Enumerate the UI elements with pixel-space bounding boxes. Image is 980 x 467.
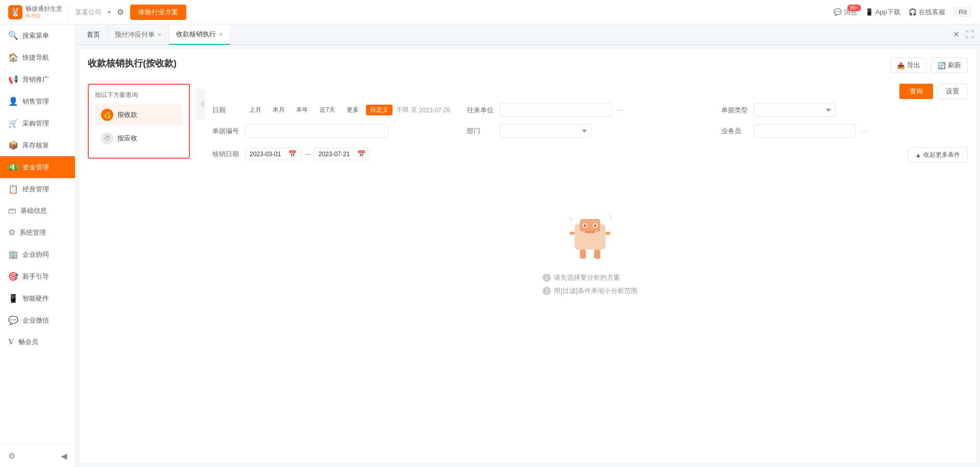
staff-label: 业务员 bbox=[721, 127, 750, 136]
svg-point-4 bbox=[584, 225, 586, 227]
filter-container: 按以下方案查询 💰 按收款 ⏱ 按应收 《 bbox=[88, 84, 968, 336]
svg-rect-6 bbox=[585, 231, 595, 233]
receipt-label: 按收款 bbox=[117, 110, 137, 119]
sidebar-item-purchase[interactable]: 🛒 采购管理 bbox=[0, 112, 75, 134]
tab-prepay-close[interactable]: × bbox=[158, 31, 161, 38]
partner-input[interactable] bbox=[500, 103, 612, 117]
sidebar-item-enterprise[interactable]: 🏢 企业协同 bbox=[0, 243, 75, 265]
staff-field: 业务员 ··· bbox=[721, 124, 968, 138]
sales-icon: 👤 bbox=[8, 96, 18, 106]
filter-panel-collapse-btn[interactable]: 《 bbox=[196, 89, 206, 119]
page-content: 收款核销执行(按收款) 📤 导出 🔄 刷新 按以下 bbox=[80, 49, 976, 463]
date-label: 日期 bbox=[212, 106, 241, 115]
filter-row-3: 核销日期 2023-03-01 📅 — 2023-07-21 bbox=[212, 145, 968, 163]
settings-icon[interactable]: ⚙ bbox=[117, 7, 124, 17]
page-toolbar: 📤 导出 🔄 刷新 bbox=[890, 58, 968, 73]
sidebar-item-capital[interactable]: 💵 资金管理 bbox=[0, 156, 75, 178]
collapse-more-button[interactable]: ▲ 收起更多条件 bbox=[908, 147, 968, 163]
purchase-icon: 🛒 bbox=[8, 118, 18, 128]
home-icon: 🏠 bbox=[8, 53, 18, 62]
export-icon: 📤 bbox=[897, 62, 905, 69]
company-name[interactable]: 某某公司 bbox=[75, 8, 102, 17]
user-avatar[interactable]: Rit bbox=[953, 7, 972, 17]
sidebar-item-member[interactable]: V 畅会员 bbox=[0, 331, 75, 353]
svg-rect-7 bbox=[570, 232, 575, 235]
receipt-icon: 💰 bbox=[101, 109, 113, 121]
filter-settings-button[interactable]: 设置 bbox=[937, 84, 968, 99]
sidebar-item-basic[interactable]: 🗃 基础信息 bbox=[0, 200, 75, 222]
sidebar-item-sales[interactable]: 👤 销售管理 bbox=[0, 90, 75, 112]
sidebar-item-guide[interactable]: 🎯 新手引导 bbox=[0, 265, 75, 287]
sidebar-item-system[interactable]: ⚙ 系统管理 bbox=[0, 222, 75, 243]
solution-button[interactable]: 体验行业方案 bbox=[130, 5, 186, 20]
hardware-icon: 📱 bbox=[8, 293, 18, 303]
tab-expand-button[interactable]: ⛶ bbox=[964, 28, 976, 41]
date-btn-last-month[interactable]: 上月 bbox=[245, 105, 265, 115]
messages-button[interactable]: 💬 消息 99+ bbox=[834, 8, 857, 17]
tab-home[interactable]: 首页 bbox=[80, 24, 108, 45]
mobile-icon: 📱 bbox=[865, 8, 873, 16]
bottom-settings-icon[interactable]: ⚙ bbox=[8, 451, 15, 461]
sidebar-collapse-icon[interactable]: ◀ bbox=[61, 451, 67, 461]
tab-receipt-cancel[interactable]: 收款核销执行 × bbox=[169, 24, 230, 45]
staff-input[interactable] bbox=[754, 124, 856, 138]
guide-icon: 🎯 bbox=[8, 272, 18, 281]
svg-rect-8 bbox=[605, 232, 610, 235]
date-field: 日期 上月 本月 本年 近7天 更多 自定义 bbox=[212, 105, 459, 115]
sidebar: 🔍 搜索菜单 🏠 快捷导航 📢 营销推广 👤 销售管理 🛒 采购管理 📦 库存核… bbox=[0, 24, 76, 467]
bill-type-label: 单据类型 bbox=[721, 106, 750, 115]
sidebar-item-inventory[interactable]: 📦 库存核算 bbox=[0, 134, 75, 156]
company-dropdown-icon[interactable]: ▾ bbox=[108, 9, 111, 16]
sidebar-item-wechat[interactable]: 💬 企业微信 bbox=[0, 309, 75, 331]
partner-more-icon[interactable]: ··· bbox=[616, 105, 624, 115]
verify-date-start-input[interactable]: 2023-03-01 📅 bbox=[245, 148, 301, 160]
tab-bar: 首页 预付冲应付单 × 收款核销执行 × ✕ ⛶ bbox=[76, 24, 980, 45]
calendar-end-icon: 📅 bbox=[357, 150, 365, 158]
dept-label: 部门 bbox=[467, 127, 496, 136]
app-name: 畅捷通好生意 标准版 bbox=[26, 5, 62, 18]
refresh-button[interactable]: 🔄 刷新 bbox=[931, 58, 968, 73]
app-logo: 🐰 畅捷通好生意 标准版 bbox=[8, 5, 62, 19]
sidebar-item-search[interactable]: 🔍 搜索菜单 bbox=[0, 24, 75, 46]
receivable-icon: ⏱ bbox=[101, 132, 113, 144]
app-download-button[interactable]: 📱 App下载 bbox=[865, 8, 900, 17]
refresh-icon: 🔄 bbox=[938, 62, 946, 69]
message-icon: 💬 bbox=[834, 8, 842, 16]
date-btn-this-month[interactable]: 本月 bbox=[268, 105, 289, 115]
dept-field: 部门 bbox=[467, 124, 714, 138]
service-button[interactable]: 🎧 在线客服 bbox=[909, 8, 945, 17]
sidebar-item-marketing[interactable]: 📢 营销推广 bbox=[0, 68, 75, 90]
empty-tip-1: 1 请先选择要分析的方案 bbox=[543, 273, 637, 282]
tab-prepay[interactable]: 预付冲应付单 × bbox=[108, 24, 169, 45]
export-button[interactable]: 📤 导出 bbox=[890, 58, 927, 73]
date-btn-this-year[interactable]: 本年 bbox=[292, 105, 312, 115]
tab-close-all-button[interactable]: ✕ bbox=[951, 28, 962, 41]
tab-receipt-cancel-close[interactable]: × bbox=[219, 31, 223, 38]
date-btn-more[interactable]: 更多 bbox=[342, 105, 363, 115]
topbar-right: 💬 消息 99+ 📱 App下载 🎧 在线客服 Rit bbox=[834, 7, 972, 17]
receivable-label: 按应收 bbox=[117, 134, 137, 143]
staff-more-icon[interactable]: ··· bbox=[860, 126, 868, 136]
calendar-start-icon: 📅 bbox=[288, 150, 297, 158]
verify-date-end-input[interactable]: 2023-07-21 📅 bbox=[314, 148, 370, 160]
date-custom-badge[interactable]: 自定义 bbox=[366, 105, 393, 115]
verify-date-label: 核销日期 bbox=[212, 150, 241, 159]
messages-badge: 99+ bbox=[847, 5, 861, 11]
filter-row-1: 日期 上月 本月 本年 近7天 更多 自定义 bbox=[212, 103, 968, 117]
svg-text:?: ? bbox=[608, 214, 612, 222]
empty-illustration: ? ? bbox=[559, 204, 621, 265]
filter-option-by-receivable[interactable]: ⏱ 按应收 bbox=[95, 128, 183, 149]
bill-no-input[interactable] bbox=[245, 124, 388, 138]
bill-type-field: 单据类型 bbox=[721, 103, 968, 117]
inventory-icon: 📦 bbox=[8, 140, 18, 150]
query-button[interactable]: 查询 bbox=[899, 84, 933, 99]
sidebar-item-quick-nav[interactable]: 🏠 快捷导航 bbox=[0, 46, 75, 68]
sidebar-item-hardware[interactable]: 📱 智能硬件 bbox=[0, 287, 75, 309]
empty-state: ? ? 1 请先选择要分析的方案 2 用[过滤]条件来缩小分析范围 bbox=[212, 163, 968, 336]
date-btn-7days[interactable]: 近7天 bbox=[315, 105, 339, 115]
filter-option-by-receipt[interactable]: 💰 按收款 bbox=[95, 105, 183, 125]
operation-icon: 📋 bbox=[8, 184, 18, 194]
bill-type-select[interactable] bbox=[754, 103, 836, 117]
dept-select[interactable] bbox=[500, 124, 592, 138]
sidebar-item-operation[interactable]: 📋 经营管理 bbox=[0, 178, 75, 200]
